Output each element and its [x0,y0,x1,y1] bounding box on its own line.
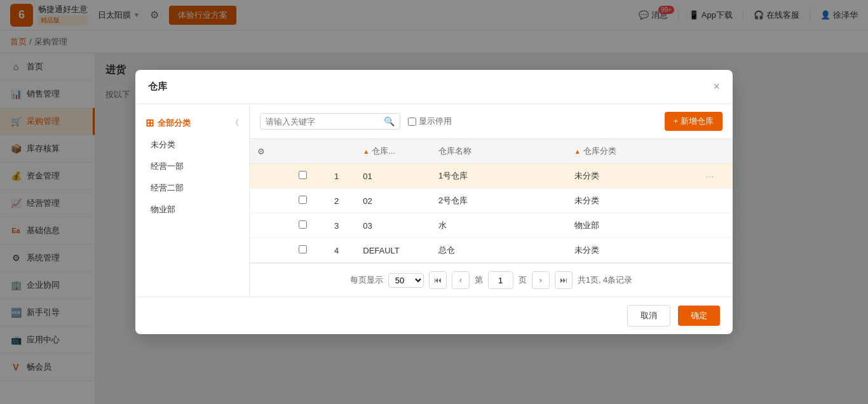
row-type: 未分类 [567,189,688,213]
row-gear [250,213,287,238]
row-no: 1 [318,164,355,189]
table-row[interactable]: 2 02 2号仓库 未分类 [250,189,733,213]
sort-icon: ▲ [363,148,369,155]
modal-overlay: 仓库 × ⊞ 全部分类 《 未分类 经营一部 经营二部 物业部 [0,0,868,404]
page-suffix: 页 [519,274,527,286]
table-row[interactable]: 1 01 1号仓库 未分类 ··· [250,164,733,189]
table-toolbar: 🔍 显示停用 + 新增仓库 [250,104,733,139]
row-code: 01 [355,164,431,189]
show-disabled-label: 显示停用 [408,116,452,127]
row-code: 03 [355,213,431,238]
grid-icon: ⊞ [146,117,154,129]
modal-title: 仓库 [148,81,167,93]
pagination: 每页显示 50 100 ⏮ ‹ 第 页 › ⏭ 共1页, 4条记录 [250,263,733,297]
confirm-button[interactable]: 确定 [678,306,720,326]
row-check[interactable] [287,238,318,263]
row-gear [250,238,287,263]
table-row[interactable]: 4 DEFAULT 总仓 未分类 [250,238,733,263]
page-label: 第 [475,274,483,286]
category-all-label: 全部分类 [158,118,191,129]
row-gear [250,164,287,189]
th-gear[interactable]: ⚙ [250,139,287,164]
modal-close-button[interactable]: × [713,80,720,93]
row-check[interactable] [287,213,318,238]
last-page-button[interactable]: ⏭ [555,271,573,289]
category-header[interactable]: ⊞ 全部分类 《 [135,112,249,134]
cat-item-ops1[interactable]: 经营一部 [135,156,249,177]
modal-footer: 取消 确定 [135,297,733,334]
total-label: 共1页, 4条记录 [578,274,633,286]
table-row[interactable]: 3 03 水 物业部 [250,213,733,238]
cat-item-property[interactable]: 物业部 [135,199,249,220]
row-check[interactable] [287,164,318,189]
warehouse-table: ⚙ ▲ 仓库... 仓库名称 [250,139,733,263]
row-actions [688,213,733,238]
row-checkbox[interactable] [299,220,307,229]
category-collapse-button[interactable]: 《 [231,118,239,128]
page-input[interactable] [488,271,513,289]
table-head: ⚙ ▲ 仓库... 仓库名称 [250,139,733,164]
show-disabled-checkbox[interactable] [408,118,416,126]
th-check [287,139,318,164]
row-type: 未分类 [567,164,688,189]
row-type: 物业部 [567,213,688,238]
row-dots-icon[interactable]: ··· [705,172,714,181]
show-disabled-text: 显示停用 [419,116,452,127]
search-icon: 🔍 [384,116,395,126]
type-sort-icon: ▲ [574,148,581,155]
row-no: 3 [318,213,355,238]
category-panel: ⊞ 全部分类 《 未分类 经营一部 经营二部 物业部 [135,104,250,297]
row-no: 2 [318,189,355,213]
th-name: 仓库名称 [431,139,567,164]
table-panel: 🔍 显示停用 + 新增仓库 ⚙ [250,104,733,297]
row-checkbox[interactable] [299,196,307,204]
row-type: 未分类 [567,238,688,263]
row-no: 4 [318,238,355,263]
modal-body: ⊞ 全部分类 《 未分类 经营一部 经营二部 物业部 🔍 [135,104,733,297]
row-check[interactable] [287,189,318,213]
row-gear [250,189,287,213]
th-actions [688,139,733,164]
row-name: 水 [431,213,567,238]
row-name: 1号仓库 [431,164,567,189]
row-actions [688,238,733,263]
cat-item-unclassified[interactable]: 未分类 [135,134,249,156]
row-checkbox[interactable] [299,245,307,253]
row-checkbox[interactable] [299,171,307,179]
per-page-select[interactable]: 50 100 [388,273,424,288]
cat-item-ops2[interactable]: 经营二部 [135,177,249,199]
per-page-label: 每页显示 [350,274,383,286]
first-page-button[interactable]: ⏮ [429,271,447,289]
row-code: DEFAULT [355,238,431,263]
modal-header: 仓库 × [135,70,733,104]
row-actions[interactable]: ··· [688,164,733,189]
gear-th-icon: ⚙ [257,147,265,156]
cancel-button[interactable]: 取消 [627,305,670,327]
row-actions [688,189,733,213]
row-name: 2号仓库 [431,189,567,213]
warehouse-modal: 仓库 × ⊞ 全部分类 《 未分类 经营一部 经营二部 物业部 [135,70,733,334]
search-input[interactable] [266,117,380,126]
row-name: 总仓 [431,238,567,263]
row-code: 02 [355,189,431,213]
search-box: 🔍 [260,113,400,130]
th-type-label: 仓库分类 [583,145,616,157]
th-code[interactable]: ▲ 仓库... [355,139,431,164]
th-code-label: 仓库... [372,145,395,157]
next-page-button[interactable]: › [532,271,550,289]
table-body: 1 01 1号仓库 未分类 ··· 2 02 2 [250,164,733,263]
th-no [318,139,355,164]
prev-page-button[interactable]: ‹ [452,271,470,289]
th-type: ▲ 仓库分类 [567,139,688,164]
table-scroll: ⚙ ▲ 仓库... 仓库名称 [250,139,733,263]
add-warehouse-button[interactable]: + 新增仓库 [665,112,722,131]
